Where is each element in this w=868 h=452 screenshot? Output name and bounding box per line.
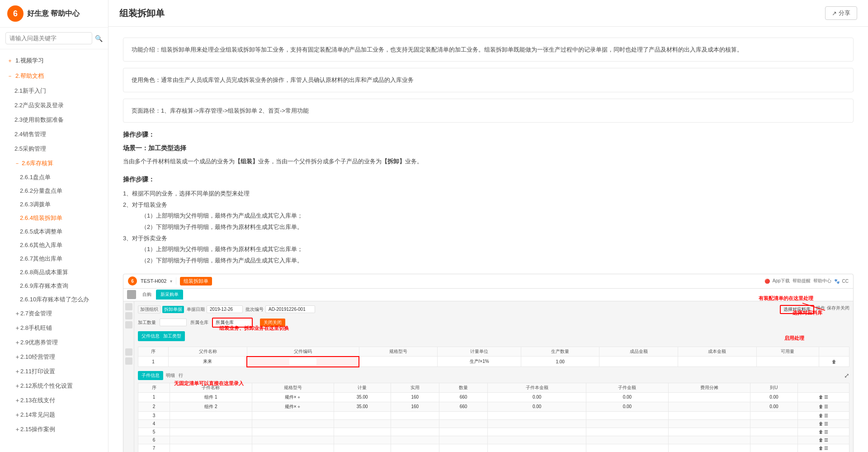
sidebar-item-docs-26[interactable]: － 2.6库存核算: [0, 156, 108, 171]
step-3-1: （1）上部明细为父件明细，最终作为原材料生成其它出库单；: [141, 244, 854, 255]
table-row: 4 🗑 ☰: [138, 419, 849, 428]
sidebar-item-docs-264[interactable]: 2.6.4组装拆卸单: [0, 211, 108, 225]
sidebar-item-docs-214[interactable]: ＋ 2.14常见问题: [0, 408, 108, 422]
nav-list: ＋ 1.视频学习 － 2.帮助文档 2.1新手入门 2.2产品安装及登录 2.3…: [0, 49, 108, 452]
plus-icon-29: ＋: [14, 338, 20, 347]
sidebar-item-docs-267[interactable]: 2.6.7其他出库单: [0, 252, 108, 266]
mock-col-5: 计量单位: [438, 347, 521, 357]
sidebar-item-docs-210[interactable]: ＋ 2.10经营管理: [0, 350, 108, 364]
sidebar-item-docs-29[interactable]: ＋ 2.9优惠券管理: [0, 335, 108, 350]
mock-org-type[interactable]: 加强组织: [138, 305, 160, 314]
page-title: 组装拆卸单: [119, 7, 165, 19]
plus-icon-215: ＋: [14, 425, 20, 433]
mock-ui: 6 TEST-H002 ▾ 组装拆卸单 🔴 App下载 帮助提醒 帮助中心 🐾 …: [123, 274, 853, 452]
annotation-4: 启用处理: [784, 335, 804, 342]
share-button[interactable]: ↗ 分享: [825, 6, 857, 20]
table-row: 1 来来 生产/×1% 1.00: [138, 357, 849, 367]
sidebar-item-docs-2610[interactable]: 2.6.10库存账本错了怎么办: [0, 293, 108, 306]
sidebar-item-docs-263[interactable]: 2.6.3调拨单: [0, 198, 108, 211]
sidebar-item-docs-265[interactable]: 2.6.5成本调整单: [0, 225, 108, 238]
mock-no-input[interactable]: [265, 305, 315, 313]
sidebar-item-docs-211[interactable]: ＋ 2.11打印设置: [0, 364, 108, 379]
mock-parent-code-cell[interactable]: [247, 357, 359, 367]
mock-col-3: 父件编码: [247, 347, 359, 357]
sidebar-item-docs-261[interactable]: 2.6.1盘点单: [0, 171, 108, 184]
sidebar-item-docs-268[interactable]: 2.6.8商品成本重算: [0, 266, 108, 279]
sidebar-item-docs-24[interactable]: 2.4销售管理: [0, 127, 108, 142]
mock-qty-input[interactable]: [160, 319, 187, 326]
plus-icon: ＋: [7, 57, 13, 65]
sidebar-item-docs-212[interactable]: ＋ 2.12系统个性化设置: [0, 379, 108, 393]
main-header: 组装拆卸单 ↗ 分享: [108, 0, 868, 27]
search-button[interactable]: 🔍: [95, 35, 103, 42]
sidebar-item-docs-215[interactable]: ＋ 2.15操作案例: [0, 422, 108, 437]
mock-child-count: 明细 行: [166, 372, 183, 379]
mock-section-label: 父件信息 加工类型: [138, 331, 185, 341]
step-3-2: （2）下部明细为子件明细，最终作为产成品生成其它入库单。: [141, 255, 854, 266]
mock-logo: 6: [128, 276, 137, 285]
mock-icon-3: [125, 321, 132, 328]
mock-child-label: 子件信息: [138, 371, 163, 380]
mock-child-header: 子件信息 明细 行 无固定清单可以直接在这里录入 ⤢: [138, 371, 849, 380]
mock-date-field: 单据日期: [187, 305, 243, 313]
scene1-desc: 当由多个子件材料组装成一个成品的业务为【组装】业务，当由一个父件拆分成多个子产品…: [123, 156, 854, 167]
plus-icon-213: ＋: [14, 396, 20, 404]
annotation-1: 有装配清单的在这里处理: [759, 295, 813, 302]
mock-form-area: 加强组织 拆卸单据 单据日期 批次编号: [123, 301, 853, 452]
table-row: 1 组件 1 规件×＋ 35.00 160 660 0.00 0.00 0: [138, 392, 849, 402]
sidebar-item-docs-266[interactable]: 2.6.6其他入库单: [0, 238, 108, 252]
sidebar-item-docs[interactable]: － 2.帮助文档: [0, 68, 108, 84]
mock-col-7: 成品金额: [599, 347, 678, 357]
function-intro-text: 功能介绍：组装拆卸单用来处理企业组装或拆卸等加工业务，支持有固定装配清单的产品加…: [132, 44, 845, 55]
mock-icon-2: [125, 312, 132, 319]
mock-tab-new[interactable]: 新采购单: [156, 290, 183, 300]
annotation-3: 组装业务、拆卸业务在这里切换: [219, 325, 289, 332]
mock-main-form: 加强组织 拆卸单据 单据日期 批次编号: [134, 301, 853, 452]
page-path-text: 页面路径：1、库存核算->库存管理->组装拆卸单 2、首页->常用功能: [132, 105, 845, 116]
main-content: 组装拆卸单 ↗ 分享 功能介绍：组装拆卸单用来处理企业组装或拆卸等加工业务，支持…: [108, 0, 868, 452]
mock-col-2: 父件名称: [169, 347, 247, 357]
mock-nav-btn[interactable]: 组装拆卸单: [180, 277, 212, 285]
mock-col-4: 规格型号: [359, 347, 438, 357]
mock-expand-btn[interactable]: ⤢: [844, 372, 849, 379]
step-1: 1、根据不同的业务，选择不同单据的类型来处理: [123, 188, 854, 200]
plus-icon-214: ＋: [14, 411, 20, 419]
mock-assemble-type[interactable]: 拆卸单据: [162, 306, 184, 313]
mock-action-save[interactable]: 保存并关闭: [827, 305, 849, 314]
step-2: 2、对于组装业务: [123, 200, 854, 211]
mock-warehouse-text: 所属仓库: [190, 319, 208, 326]
sidebar-item-docs-21[interactable]: 2.1新手入门: [0, 84, 108, 98]
table-row: 3 🗑 ☰: [138, 411, 849, 419]
content-area: 功能介绍：组装拆卸单用来处理企业组装或拆卸等加工业务，支持有固定装配清单的产品加…: [108, 27, 868, 452]
sidebar-item-docs-269[interactable]: 2.6.9库存账本查询: [0, 279, 108, 293]
share-icon: ↗: [832, 10, 837, 17]
mock-col-1: 序: [138, 347, 169, 357]
search-input[interactable]: [5, 32, 92, 44]
operation-title: 操作步骤：: [123, 131, 854, 139]
mock-date-input[interactable]: [207, 305, 243, 313]
mock-tab-zigo[interactable]: 自购: [139, 290, 155, 300]
step-2-2: （2）下部明细为子件明细，最终作为原材料生成其它出库单。: [141, 222, 854, 233]
plus-icon-211: ＋: [14, 367, 20, 376]
mock-col-8: 成本金额: [678, 347, 756, 357]
mock-nav: 自购 新采购单: [123, 289, 853, 301]
sidebar-item-docs-262[interactable]: 2.6.2分量盘点单: [0, 184, 108, 198]
sidebar-item-docs-23[interactable]: 2.3使用前数据准备: [0, 113, 108, 127]
annotation-5: 无固定清单可以直接在这里录入: [174, 380, 244, 387]
sidebar-item-video[interactable]: ＋ 1.视频学习: [0, 53, 108, 68]
table-row: 6 🗑 ☰: [138, 436, 849, 444]
sidebar-item-docs-27[interactable]: ＋ 2.7资金管理: [0, 306, 108, 321]
sidebar-item-docs-25[interactable]: 2.5采购管理: [0, 142, 108, 156]
mock-parent-table: 序 父件名称 父件编码 规格型号 计量单位 生产数量 成品金额 成本金额 可用量: [138, 347, 849, 367]
sidebar-header: 6 好生意 帮助中心: [0, 0, 108, 28]
scene1-title: 场景一：加工类型选择: [123, 144, 854, 152]
mock-parent-code-input[interactable]: [289, 358, 316, 365]
table-row: 7 🗑 ☰: [138, 444, 849, 452]
sidebar-item-docs-22[interactable]: 2.2产品安装及登录: [0, 98, 108, 113]
sidebar-item-docs-28[interactable]: ＋ 2.8手机旺铺: [0, 321, 108, 335]
mock-col-10: [819, 347, 849, 357]
sidebar-item-docs-213[interactable]: ＋ 2.13在线支付: [0, 393, 108, 408]
function-intro-block: 功能介绍：组装拆卸单用来处理企业组装或拆卸等加工业务，支持有固定装配清单的产品加…: [123, 38, 854, 62]
sidebar: 6 好生意 帮助中心 🔍 ＋ 1.视频学习 － 2.帮助文档 2.1新手入门 2…: [0, 0, 108, 452]
mock-icon-5: [125, 357, 132, 365]
